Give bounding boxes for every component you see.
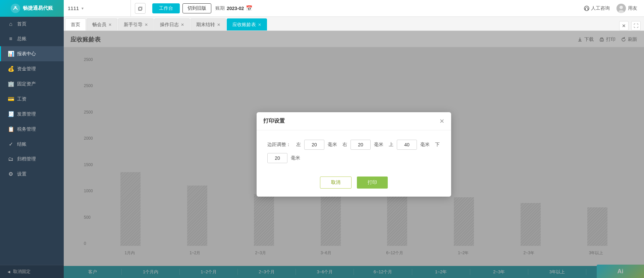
avatar [616, 4, 626, 13]
sidebar-item-archive[interactable]: 🗂归档管理 [0, 152, 64, 166]
sidebar-label-ledger: 总账 [17, 36, 26, 42]
logo-icon [11, 4, 20, 13]
page-content: 应收账龄表 下载 [64, 31, 644, 278]
tab-label-vip: 畅会员 [92, 22, 106, 28]
dialog-title: 打印设置 [263, 118, 285, 125]
close-tab-button[interactable]: ✕ [619, 21, 629, 30]
period-area: 账期 2023-02 📅 [215, 5, 253, 11]
sidebar-icon-salary: 💳 [8, 96, 14, 102]
headset-icon [584, 5, 590, 11]
sidebar-item-home[interactable]: ⌂首页 [0, 17, 64, 31]
right-margin-input[interactable] [351, 140, 371, 150]
tab-close-vip[interactable]: ✕ [108, 22, 112, 27]
sidebar-label-funds: 资金管理 [17, 66, 36, 72]
sidebar-label-archive: 归档管理 [17, 156, 36, 162]
copy-icon [138, 6, 143, 11]
company-name: 1111 [68, 5, 79, 11]
sidebar-label-tax: 税务管理 [17, 126, 36, 132]
bottom-margin-input[interactable] [267, 153, 287, 163]
tab-vip[interactable]: 畅会员✕ [87, 18, 117, 30]
dialog-header: 打印设置 ✕ [257, 112, 451, 130]
tab-period_close[interactable]: 期末结转✕ [191, 18, 226, 30]
avatar-icon [616, 4, 626, 13]
tab-home[interactable]: 首页 [65, 18, 86, 30]
maximize-tab-button[interactable]: ⛶ [631, 21, 641, 30]
sidebar-item-close[interactable]: ✓结账 [0, 137, 64, 152]
cancel-button[interactable]: 取消 [320, 177, 352, 189]
sidebar-icon-close: ✓ [8, 141, 14, 147]
support-button[interactable]: 人工咨询 [584, 5, 610, 11]
svg-point-4 [584, 6, 589, 11]
dialog-body: 边距调整： 左 毫米 右 毫米 上 毫米 下 [257, 130, 451, 171]
bottom-unit-label: 毫米 [291, 155, 300, 161]
main-layout: ⌂首页≡总账📊报表中心💰资金管理🏢固定资产💳工资🧾发票管理📋税务管理✓结账🗂归档… [0, 17, 644, 278]
sidebar-item-assets[interactable]: 🏢固定资产 [0, 76, 64, 91]
sidebar-label-salary: 工资 [17, 96, 26, 102]
period-label: 账期 [215, 5, 225, 11]
logo-area: 畅捷通易代账 [0, 0, 64, 17]
sidebar-label-home: 首页 [17, 21, 26, 27]
sidebar-item-ledger[interactable]: ≡总账 [0, 31, 64, 46]
calendar-icon[interactable]: 📅 [246, 5, 253, 11]
tab-close-guide[interactable]: ✕ [145, 22, 148, 27]
sidebar-item-reports[interactable]: 📊报表中心 [0, 46, 64, 61]
workbench-button[interactable]: 工作台 [152, 3, 180, 13]
left-unit-label: 毫米 [328, 142, 337, 148]
copy-button[interactable] [135, 3, 146, 14]
switch-old-button[interactable]: 切到旧版 [182, 3, 211, 13]
sidebar-item-funds[interactable]: 💰资金管理 [0, 61, 64, 76]
tab-label-log: 操作日志 [160, 22, 179, 28]
sidebar-label-assets: 固定资产 [17, 81, 36, 87]
sidebar-icon-home: ⌂ [8, 21, 14, 27]
svg-point-8 [620, 6, 623, 9]
top-direction-label: 上 [389, 142, 393, 148]
print-settings-dialog: 打印设置 ✕ 边距调整： 左 毫米 右 毫米 [257, 112, 451, 197]
dialog-close-button[interactable]: ✕ [439, 118, 444, 124]
company-selector[interactable]: 1111 ▾ [64, 0, 131, 17]
sidebar-item-settings[interactable]: ⚙设置 [0, 166, 64, 182]
sidebar-item-tax[interactable]: 📋税务管理 [0, 122, 64, 137]
tab-label-aging: 应收账龄表 [232, 22, 256, 28]
tab-close-aging[interactable]: ✕ [258, 22, 261, 27]
sidebar-label-close: 结账 [17, 141, 26, 147]
sidebar-icon-assets: 🏢 [8, 81, 14, 87]
sidebar-icon-archive: 🗂 [8, 156, 14, 162]
sidebar-icon-funds: 💰 [8, 66, 14, 72]
sidebar-label-settings: 设置 [17, 171, 26, 177]
tab-log[interactable]: 操作日志✕ [154, 18, 190, 30]
modal-overlay: 打印设置 ✕ 边距调整： 左 毫米 右 毫米 [64, 31, 644, 278]
sidebar-label-invoice: 发票管理 [17, 111, 36, 117]
dialog-footer: 取消 打印 [257, 171, 451, 197]
right-direction-label: 右 [342, 142, 347, 148]
left-margin-input[interactable] [304, 140, 324, 150]
margin-label: 边距调整： [267, 142, 291, 148]
tab-close-period_close[interactable]: ✕ [217, 22, 220, 27]
tab-label-period_close: 期末结转 [196, 22, 215, 28]
support-label: 人工咨询 [591, 5, 610, 11]
collapse-label: 取消固定 [13, 269, 31, 275]
period-value: 2023-02 [227, 6, 244, 11]
tab-guide[interactable]: 新手引导✕ [118, 18, 154, 30]
logo-text: 畅捷通易代账 [23, 5, 53, 11]
margin-settings-row: 边距调整： 左 毫米 右 毫米 上 毫米 下 [267, 140, 440, 163]
sidebar-icon-settings: ⚙ [8, 171, 14, 177]
bottom-direction-label: 下 [435, 142, 440, 148]
top-margin-input[interactable] [397, 140, 417, 150]
sidebar-label-reports: 报表中心 [17, 51, 36, 57]
user-name: 用友 [628, 5, 637, 11]
content-area: 首页畅会员✕新手引导✕操作日志✕期末结转✕应收账龄表✕ ✕ ⛶ 应收账龄表 [64, 17, 644, 278]
tab-close-log[interactable]: ✕ [181, 22, 184, 27]
collapse-sidebar-button[interactable]: ◄ 取消固定 [0, 265, 64, 278]
svg-rect-5 [585, 8, 586, 10]
tab-aging[interactable]: 应收账龄表✕ [227, 18, 267, 30]
user-area[interactable]: 用友 [616, 4, 637, 13]
right-unit-label: 毫米 [374, 142, 383, 148]
sidebar-item-salary[interactable]: 💳工资 [0, 91, 64, 107]
tab-label-home: 首页 [71, 22, 80, 28]
sidebar-icon-tax: 📋 [8, 126, 14, 132]
sidebar: ⌂首页≡总账📊报表中心💰资金管理🏢固定资产💳工资🧾发票管理📋税务管理✓结账🗂归档… [0, 17, 64, 278]
tabs-right: ✕ ⛶ [619, 21, 644, 30]
svg-rect-6 [588, 8, 589, 10]
confirm-print-button[interactable]: 打印 [357, 177, 388, 189]
sidebar-item-invoice[interactable]: 🧾发票管理 [0, 107, 64, 122]
